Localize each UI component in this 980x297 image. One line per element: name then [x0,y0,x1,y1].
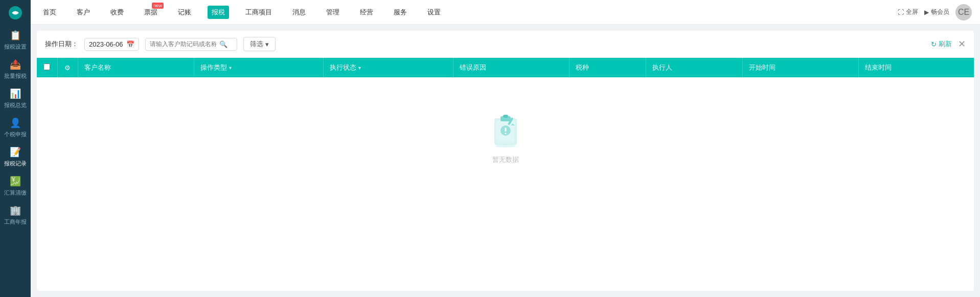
main-area: 首页客户收费票据new记账报税工商项目消息管理经营服务设置 ⛶ 全屏 ▶ 畅会员… [31,0,980,297]
nav-item-shoufe[interactable]: 收费 [106,6,128,19]
data-table: ⚙ 客户名称 操作类型▾ 执行状态▾ 错误原因 税种 执行人 开始时间 结束时间 [37,58,974,77]
th-checkbox [37,58,57,77]
refresh-icon: ↻ [931,40,937,48]
svg-rect-6 [505,128,506,132]
select-all-checkbox[interactable] [43,63,50,70]
shouye-label: 首页 [43,8,56,16]
member-button[interactable]: ▶ 畅会员 [924,8,949,16]
nav-item-piao[interactable]: 票据new [140,6,162,19]
empty-icon [485,108,526,149]
top-nav: 首页客户收费票据new记账报税工商项目消息管理经营服务设置 ⛶ 全屏 ▶ 畅会员… [31,0,980,25]
kehu-label: 客户 [77,8,90,16]
th-tax-type: 税种 [569,58,646,77]
fullscreen-button[interactable]: ⛶ 全屏 [898,8,918,16]
nav-item-jingying[interactable]: 经营 [356,6,377,19]
nav-item-kehu[interactable]: 客户 [73,6,94,19]
th-settings: ⚙ [57,58,78,77]
search-icon: 🔍 [219,40,227,48]
nav-item-fuwu[interactable]: 服务 [390,6,411,19]
baoshuijilu-label: 报税记录 [4,160,27,167]
piao-badge: new [152,3,164,9]
date-value: 2023-06-06 [89,40,123,48]
filter-icon-status[interactable]: ▾ [358,65,361,71]
gongshangnianibao-icon: 🏢 [10,205,21,216]
shoufe-label: 收费 [110,8,124,16]
sidebar-item-pilianbaoshui[interactable]: 📤 批量报税 [0,55,31,84]
nav-item-shezhi[interactable]: 设置 [423,6,445,19]
filter-icon-operation[interactable]: ▾ [229,65,232,71]
sidebar-item-gongshangnianibao[interactable]: 🏢 工商年报 [0,201,31,230]
nav-item-gongshangxiangmu[interactable]: 工商项目 [241,6,276,19]
calendar-icon: 📅 [126,40,134,48]
th-end-time: 结束时间 [858,58,974,77]
refresh-label: 刷新 [939,39,952,49]
search-box: 🔍 [145,38,237,51]
fullscreen-icon: ⛶ [898,9,904,16]
close-button[interactable]: ✕ [958,39,966,49]
gongshangxiangmu-label: 工商项目 [245,8,272,16]
svg-rect-4 [503,115,508,118]
table-header-row: ⚙ 客户名称 操作类型▾ 执行状态▾ 错误原因 税种 执行人 开始时间 结束时间 [37,58,974,77]
date-input[interactable]: 2023-06-06 📅 [84,38,139,51]
sidebar-item-baoshuishezhi[interactable]: 📋 报税设置 [0,26,31,55]
empty-state: 暂无数据 [37,77,974,195]
guanli-label: 管理 [326,8,339,16]
sidebar: 📋 报税设置 📤 批量报税 📊 报税总览 👤 个税申报 📝 报税记录 💹 汇算清… [0,0,31,297]
nav-item-guanli[interactable]: 管理 [322,6,344,19]
toolbar: 操作日期： 2023-06-06 📅 🔍 筛选 ▾ ↻ 刷新 [37,31,974,58]
chevron-down-icon: ▾ [265,40,269,48]
th-customer-name: 客户名称 [78,58,194,77]
gongshangnianibao-label: 工商年报 [4,218,27,226]
settings-icon[interactable]: ⚙ [64,64,71,72]
huisuanqingsuuan-label: 汇算清缴 [4,189,27,197]
nav-item-baoshui[interactable]: 报税 [208,6,229,19]
sidebar-item-baoshuijilu[interactable]: 📝 报税记录 [0,142,31,172]
th-start-time: 开始时间 [742,58,858,77]
date-label: 操作日期： [45,39,78,49]
sidebar-item-huisuanqingsuuan[interactable]: 💹 汇算清缴 [0,172,31,201]
avatar[interactable]: CE [955,4,972,20]
baoshuizonglan-icon: 📊 [10,88,21,99]
huisuanqingsuuan-icon: 💹 [10,176,21,187]
member-label: 畅会员 [931,8,949,16]
th-error-reason: 错误原因 [453,58,569,77]
piao-label: 票据 [144,8,157,16]
th-operation-type: 操作类型▾ [194,58,324,77]
filter-label: 筛选 [250,39,263,49]
shezhi-label: 设置 [427,8,441,16]
table-container: ⚙ 客户名称 操作类型▾ 执行状态▾ 错误原因 税种 执行人 开始时间 结束时间 [37,58,974,291]
svg-point-10 [495,144,516,147]
baoshuijilu-icon: 📝 [10,146,21,158]
empty-text: 暂无数据 [492,155,519,164]
filter-button[interactable]: 筛选 ▾ [243,37,276,51]
geshuishenbao-label: 个税申报 [4,131,27,138]
logo[interactable] [0,0,31,26]
baoshui-label: 报税 [212,8,225,16]
page: 操作日期： 2023-06-06 📅 🔍 筛选 ▾ ↻ 刷新 [37,31,974,291]
th-execution-status: 执行状态▾ [324,58,453,77]
nav-item-xiaoxi[interactable]: 消息 [288,6,310,19]
fullscreen-label: 全屏 [906,8,918,16]
nav-items: 首页客户收费票据new记账报税工商项目消息管理经营服务设置 [39,6,898,19]
nav-item-jizhang[interactable]: 记账 [174,6,195,19]
avatar-initials: CE [958,8,969,17]
baoshuizonglan-label: 报税总览 [4,101,27,109]
geshuishenbao-icon: 👤 [10,117,21,129]
sidebar-item-baoshuizonglan[interactable]: 📊 报税总览 [0,84,31,113]
jizhang-label: 记账 [178,8,191,16]
fuwu-label: 服务 [394,8,407,16]
nav-item-shouye[interactable]: 首页 [39,6,60,19]
xiaoxi-label: 消息 [292,8,306,16]
top-nav-right: ⛶ 全屏 ▶ 畅会员 CE [898,4,972,20]
search-input[interactable] [150,40,216,48]
refresh-button[interactable]: ↻ 刷新 [931,39,952,49]
jingying-label: 经营 [360,8,373,16]
svg-rect-7 [505,133,506,134]
pilianbaoshui-label: 批量报税 [4,72,27,80]
pilianbaoshui-icon: 📤 [10,59,21,70]
sidebar-item-geshuishenbao[interactable]: 👤 个税申报 [0,113,31,142]
th-executor: 执行人 [646,58,743,77]
content: 操作日期： 2023-06-06 📅 🔍 筛选 ▾ ↻ 刷新 [31,25,980,297]
baoshuishezhi-label: 报税设置 [4,43,27,51]
baoshuishezhi-icon: 📋 [10,30,21,41]
